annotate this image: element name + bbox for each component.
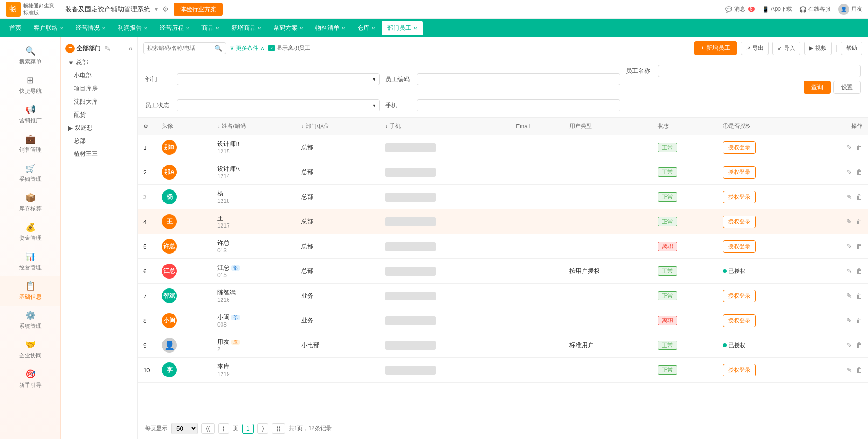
edit-btn[interactable]: ✎ [847, 144, 852, 151]
dept-node-shenyang[interactable]: 沈阳大库 [64, 95, 133, 108]
dept-node-zhishu[interactable]: 植树王三 [64, 147, 133, 160]
close-icon[interactable]: ✕ [371, 26, 375, 31]
edit-btn[interactable]: ✎ [847, 341, 852, 349]
export-btn[interactable]: ↗ 导出 [741, 42, 769, 55]
close-icon[interactable]: ✕ [299, 26, 303, 31]
dept-filter-select[interactable]: ▾ [177, 73, 380, 85]
delete-btn[interactable]: 🗑 [856, 366, 862, 374]
settings-icon[interactable]: ⚙ [162, 5, 169, 14]
tab-business[interactable]: 经营情况 ✕ [70, 21, 111, 35]
help-btn[interactable]: 帮助 [841, 42, 862, 55]
search-icon[interactable]: 🔍 [215, 45, 222, 52]
close-icon[interactable]: ✕ [60, 26, 63, 31]
edit-btn[interactable]: ✎ [847, 317, 852, 324]
tab-dept-staff[interactable]: 部门员工 ✕ [382, 21, 423, 35]
sidebar-item-basic-info[interactable]: 📋 基础信息 [0, 276, 60, 306]
delete-btn[interactable]: 🗑 [856, 292, 862, 300]
delete-btn[interactable]: 🗑 [856, 168, 862, 176]
filter-more-btn[interactable]: ⊽ 更多条件 ∧ [230, 44, 264, 52]
status-filter-select[interactable]: ▾ [177, 99, 380, 111]
close-icon[interactable]: ✕ [257, 26, 261, 31]
col-phone[interactable]: ↕ 手机 [380, 118, 511, 135]
auth-btn[interactable]: 授权登录 [723, 314, 756, 327]
auth-btn[interactable]: 授权登录 [723, 240, 756, 253]
col-dept[interactable]: ↕ 部门/职位 [296, 118, 380, 135]
add-employee-btn[interactable]: + 新增员工 [694, 41, 737, 55]
edit-btn[interactable]: ✎ [847, 243, 852, 250]
last-page-btn[interactable]: ⟩⟩ [272, 423, 285, 434]
search-input[interactable] [147, 45, 213, 51]
search-box[interactable]: 🔍 [143, 42, 226, 54]
search-btn[interactable]: 查询 [804, 81, 831, 94]
close-icon[interactable]: ✕ [102, 26, 105, 31]
edit-btn[interactable]: ✎ [847, 193, 852, 201]
delete-btn[interactable]: 🗑 [856, 341, 862, 349]
tab-history[interactable]: 经营历程 ✕ [154, 21, 195, 35]
delete-btn[interactable]: 🗑 [856, 317, 862, 324]
sidebar-item-guide[interactable]: 🎯 新手引导 [0, 364, 60, 394]
auth-btn[interactable]: 授权登录 [723, 290, 756, 302]
tab-home[interactable]: 首页 [4, 21, 27, 35]
tab-barcode[interactable]: 条码方案 ✕ [268, 21, 309, 35]
auth-btn[interactable]: 授权登录 [723, 191, 756, 203]
reset-btn[interactable]: 设置 [833, 81, 861, 94]
sys-dropdown-arrow[interactable]: ▾ [155, 6, 158, 13]
edit-btn[interactable]: ✎ [847, 366, 852, 374]
dept-node-zonbu2[interactable]: 总部 [64, 134, 133, 147]
dept-edit-icon[interactable]: ✎ [104, 44, 111, 53]
auth-btn[interactable]: 授权登录 [723, 166, 756, 179]
sidebar-item-system[interactable]: ⚙️ 系统管理 [0, 306, 60, 335]
tab-bom[interactable]: 物料清单 ✕ [310, 21, 351, 35]
sidebar-item-purchase[interactable]: 🛒 采购管理 [0, 159, 60, 188]
delete-btn[interactable]: 🗑 [856, 267, 862, 275]
dept-node-peihuo[interactable]: 配货 [64, 108, 133, 121]
dept-node-shuangting[interactable]: ▶ 双庭想 [64, 121, 133, 134]
first-page-btn[interactable]: ⟨⟨ [201, 423, 215, 434]
message-btn[interactable]: 💬 消息 6 [725, 5, 755, 13]
import-btn[interactable]: ↙ 导入 [772, 42, 800, 55]
prev-page-btn[interactable]: ⟨ [218, 423, 229, 434]
tab-customer[interactable]: 客户联络 ✕ [28, 21, 69, 35]
app-download-btn[interactable]: 📱 App下载 [762, 5, 792, 13]
phone-filter-input[interactable] [417, 99, 620, 111]
show-resigned-toggle[interactable]: ✓ 显示离职员工 [268, 44, 310, 52]
sidebar-item-quicknav[interactable]: ⊞ 快捷导航 [0, 70, 60, 100]
dept-node-zonbu-expand[interactable]: ▼ 总部 [64, 56, 133, 69]
close-icon[interactable]: ✕ [186, 26, 189, 31]
close-icon[interactable]: ✕ [413, 26, 417, 31]
close-icon[interactable]: ✕ [341, 26, 345, 31]
edit-btn[interactable]: ✎ [847, 218, 852, 225]
tab-new-goods[interactable]: 新增商品 ✕ [226, 21, 267, 35]
edit-btn[interactable]: ✎ [847, 168, 852, 176]
tab-warehouse[interactable]: 仓库 ✕ [352, 21, 381, 35]
dept-node-xiaodianbu[interactable]: 小电部 [64, 69, 133, 82]
col-name[interactable]: ↕ 姓名/编码 [212, 118, 296, 135]
delete-btn[interactable]: 🗑 [856, 144, 862, 151]
close-icon[interactable]: ✕ [144, 26, 147, 31]
trial-button[interactable]: 体验行业方案 [174, 3, 223, 16]
edit-btn[interactable]: ✎ [847, 267, 852, 275]
next-page-btn[interactable]: ⟩ [257, 423, 268, 434]
tab-profit[interactable]: 利润报告 ✕ [112, 21, 153, 35]
close-icon[interactable]: ✕ [215, 26, 219, 31]
delete-btn[interactable]: 🗑 [856, 218, 862, 225]
auth-btn[interactable]: 授权登录 [723, 141, 756, 154]
name-filter-input[interactable] [658, 65, 861, 77]
sidebar-item-management[interactable]: 📊 经营管理 [0, 247, 60, 276]
online-service-btn[interactable]: 🎧 在线客服 [799, 5, 831, 13]
view-btn[interactable]: ▶ 视频 [804, 42, 832, 55]
per-page-select[interactable]: 50 100 [171, 423, 198, 434]
tab-goods[interactable]: 商品 ✕ [196, 21, 225, 35]
edit-btn[interactable]: ✎ [847, 292, 852, 300]
delete-btn[interactable]: 🗑 [856, 193, 862, 201]
dept-collapse-btn[interactable]: « [128, 44, 132, 53]
dept-node-xiangmukufang[interactable]: 项目库房 [64, 82, 133, 95]
sidebar-item-inventory[interactable]: 📦 库存核算 [0, 188, 60, 217]
auth-btn[interactable]: 授权登录 [723, 364, 756, 376]
code-filter-input[interactable] [417, 73, 620, 85]
sidebar-item-search[interactable]: 🔍 搜索菜单 [0, 41, 60, 70]
col-settings[interactable]: ⚙ [138, 118, 156, 135]
auth-btn[interactable]: 授权登录 [723, 216, 756, 228]
sidebar-item-collab[interactable]: 🤝 企业协同 [0, 335, 60, 364]
sidebar-item-marketing[interactable]: 📢 营销推广 [0, 100, 60, 129]
